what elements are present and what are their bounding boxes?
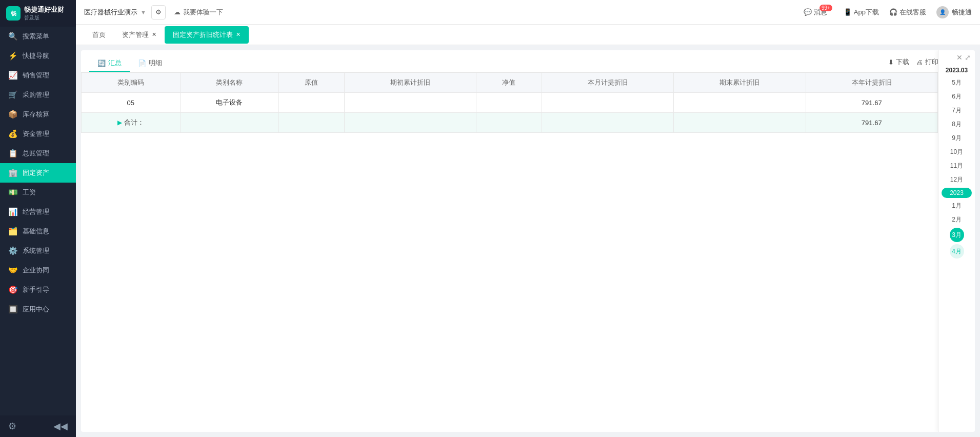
tab-depreciation[interactable]: 固定资产折旧统计表 ✕ [165,26,249,44]
download-button[interactable]: ⬇ 下载 [888,57,909,67]
experience-text: 我要体验一下 [183,8,223,17]
date-item-12[interactable]: 12月 [938,173,975,187]
detail-tab-icon: 📄 [138,59,146,67]
sidebar-item-quicknav[interactable]: ⚡ 快捷导航 [0,46,76,66]
sidebar-item-salary[interactable]: 💵 工资 [0,183,76,202]
date-item-8[interactable]: 8月 [938,117,975,131]
sidebar-settings-icon[interactable]: ⚙ [8,421,16,432]
row-year-depr: 791.67 [806,93,938,113]
date-item-3-selected[interactable]: 3月 [950,228,964,242]
sidebar-item-inventory[interactable]: 📦 库存核算 [0,105,76,124]
date-item-1[interactable]: 1月 [938,199,975,213]
sub-tabs-bar: 🔄 汇总 📄 明细 ⬇ 下载 🖨 打印 ↻ 刷新 [81,50,975,72]
col-code: 类别编码 [82,73,181,93]
col-end-accum: 期末累计折旧 [674,73,806,93]
topbar-right-actions: 💬 消息 99+ 📱 App下载 🎧 在线客服 👤 畅捷通 [804,6,972,18]
logo-title: 畅捷通好业财 [24,6,64,14]
date-item-4-circle[interactable]: 4月 [950,244,964,259]
sidebar-item-label: 销售管理 [23,71,49,80]
logo-subtitle: 普及版 [24,14,64,21]
row-net [476,93,542,113]
total-label: ▶ 合计： [82,113,181,133]
date-item-7[interactable]: 7月 [938,104,975,117]
row-month-depr [542,93,674,113]
tab-asset-mgmt-close[interactable]: ✕ [152,31,156,38]
ledger-icon: 📋 [8,149,17,158]
sidebar-item-enterprise[interactable]: 🤝 企业协同 [0,261,76,280]
apps-icon: 🔲 [8,305,17,314]
date-item-6[interactable]: 6月 [938,90,975,104]
date-item-5[interactable]: 5月 [938,76,975,90]
user-name: 畅捷通 [952,8,972,17]
experience-button[interactable]: ☁ 我要体验一下 [174,8,223,17]
sidebar-item-funds[interactable]: 💰 资金管理 [0,124,76,144]
basic-icon: 🗂️ [8,227,17,236]
tab-home[interactable]: 首页 [84,26,114,44]
tab-home-label: 首页 [92,30,106,39]
guide-icon: 🎯 [8,285,17,294]
sidebar-item-label: 应用中心 [23,305,49,314]
sidebar-item-system[interactable]: ⚙️ 系统管理 [0,241,76,261]
sales-icon: 📈 [8,71,17,80]
sidebar-item-label: 总账管理 [23,149,49,158]
sidebar-item-search[interactable]: 🔍 搜索菜单 [0,27,76,46]
date-scroll: 5月 6月 7月 8月 9月 10月 11月 12月 2023 1月 2月 3月… [938,76,975,432]
panel-close-icon[interactable]: ✕ [956,53,963,62]
sidebar-item-purchase[interactable]: 🛒 采购管理 [0,85,76,105]
panel-expand-icon[interactable]: ⤢ [965,53,971,62]
sidebar-footer[interactable]: ⚙ ◀◀ [0,415,76,437]
app-icon: 📱 [844,8,852,16]
print-button[interactable]: 🖨 打印 [916,57,938,67]
sidebar-item-apps[interactable]: 🔲 应用中心 [0,300,76,319]
sidebar-item-label: 快捷导航 [23,51,49,61]
sidebar-item-label: 搜索菜单 [23,32,49,41]
company-dropdown-icon: ▼ [141,9,146,15]
inventory-icon: 📦 [8,110,17,119]
sidebar-item-guide[interactable]: 🎯 新手引导 [0,280,76,300]
message-button[interactable]: 💬 消息 99+ [804,8,827,17]
sidebar-item-basic[interactable]: 🗂️ 基础信息 [0,222,76,241]
user-menu[interactable]: 👤 畅捷通 [936,6,972,18]
purchase-icon: 🛒 [8,90,17,100]
sub-tab-summary[interactable]: 🔄 汇总 [89,55,130,72]
col-month-depr: 本月计提折旧 [542,73,674,93]
quicknav-icon: ⚡ [8,51,17,61]
experience-icon: ☁ [174,8,181,16]
date-current-year[interactable]: 2023 [942,188,972,198]
sidebar-toggle-icon[interactable]: ◀◀ [53,421,68,432]
tabs-bar: 首页 资产管理 ✕ 固定资产折旧统计表 ✕ [76,25,980,45]
service-icon: 🎧 [889,8,897,16]
avatar: 👤 [936,6,949,18]
sidebar: 畅 畅捷通好业财 普及版 🔍 搜索菜单 ⚡ 快捷导航 📈 销售管理 🛒 采购管理… [0,0,76,437]
table-total-row: ▶ 合计： 791.67 [82,113,938,133]
content-area: 🔄 汇总 📄 明细 ⬇ 下载 🖨 打印 ↻ 刷新 [81,50,975,432]
print-icon: 🖨 [916,58,923,66]
logo-icon: 畅 [6,6,21,21]
date-item-9[interactable]: 9月 [938,131,975,145]
funds-icon: 💰 [8,129,17,138]
date-item-2[interactable]: 2月 [938,213,975,227]
app-download-button[interactable]: 📱 App下载 [844,8,879,17]
row-init-accum [344,93,476,113]
tab-asset-mgmt[interactable]: 资产管理 ✕ [114,26,165,44]
sidebar-item-sales[interactable]: 📈 销售管理 [0,66,76,85]
row-end-accum [674,93,806,113]
sidebar-item-ledger[interactable]: 📋 总账管理 [0,144,76,163]
sub-tab-detail[interactable]: 📄 明细 [130,55,170,72]
sidebar-menu: 🔍 搜索菜单 ⚡ 快捷导航 📈 销售管理 🛒 采购管理 📦 库存核算 💰 资金管… [0,27,76,415]
service-label: 在线客服 [899,8,926,17]
sidebar-item-operations[interactable]: 📊 经营管理 [0,202,76,222]
summary-tab-icon: 🔄 [97,59,106,67]
service-button[interactable]: 🎧 在线客服 [889,8,926,17]
sidebar-item-fixed[interactable]: 🏢 固定资产 [0,163,76,183]
sidebar-item-label: 库存核算 [23,110,49,119]
message-badge: 99+ [819,5,832,11]
detail-tab-label: 明细 [149,58,162,68]
app-label: App下载 [854,8,879,17]
date-item-11[interactable]: 11月 [938,159,975,173]
company-selector[interactable]: 医疗器械行业演示 ▼ [84,8,146,17]
date-item-10[interactable]: 10月 [938,145,975,159]
tab-depreciation-close[interactable]: ✕ [236,31,241,38]
topbar-settings-button[interactable]: ⚙ [151,5,166,19]
settings-icon: ⚙ [155,8,162,16]
